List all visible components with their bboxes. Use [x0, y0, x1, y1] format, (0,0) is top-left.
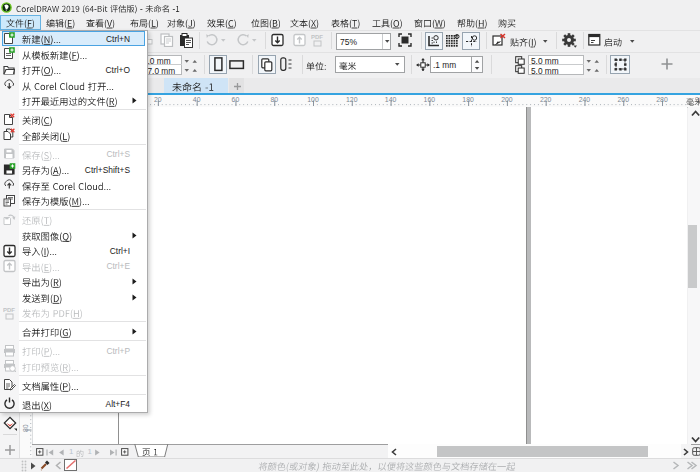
svg-text:160: 160 [423, 96, 435, 103]
svg-text:220: 220 [539, 96, 551, 103]
svg-text:PDF: PDF [3, 307, 15, 313]
svg-text:80: 80 [21, 424, 28, 432]
svg-text:140: 140 [384, 96, 396, 103]
svg-text:180: 180 [462, 96, 474, 103]
svg-text:20: 20 [154, 96, 162, 103]
svg-text:40: 40 [192, 96, 200, 103]
svg-text:200: 200 [501, 96, 513, 103]
svg-text:280: 280 [656, 96, 668, 103]
svg-text:60: 60 [231, 96, 239, 103]
svg-text:240: 240 [578, 96, 590, 103]
svg-text:100: 100 [307, 96, 319, 103]
svg-text:260: 260 [617, 96, 629, 103]
svg-text:120: 120 [346, 96, 358, 103]
svg-text:80: 80 [270, 96, 278, 103]
svg-text:PDF: PDF [311, 34, 323, 40]
